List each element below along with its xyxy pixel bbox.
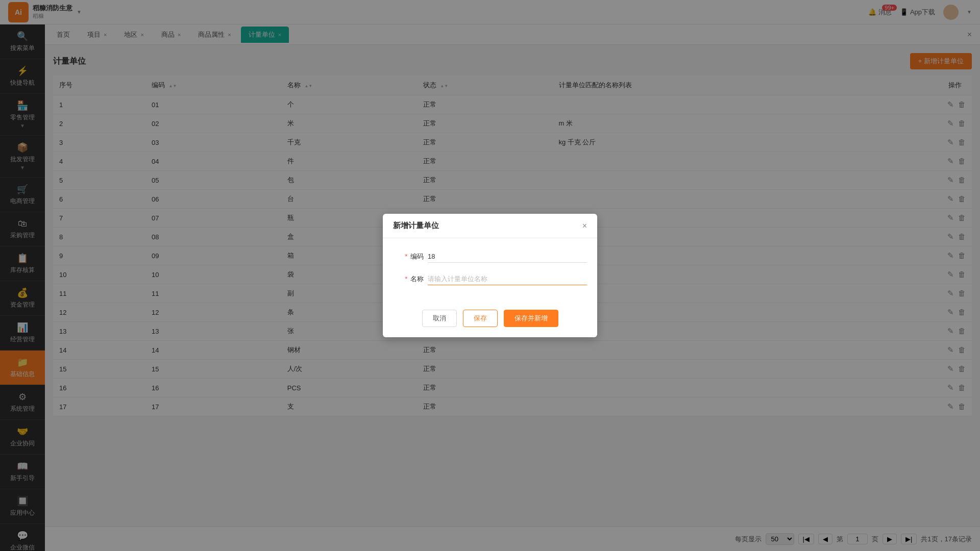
name-form-row: * 名称 xyxy=(393,273,587,285)
name-label: * 名称 xyxy=(393,274,424,284)
modal-title: 新增计量单位 xyxy=(393,221,439,231)
save-and-new-button[interactable]: 保存并新增 xyxy=(504,310,558,327)
name-label-text: 名称 xyxy=(410,275,424,283)
code-form-row: * 编码 xyxy=(393,251,587,263)
code-label: * 编码 xyxy=(393,252,424,261)
modal-close-button[interactable]: × xyxy=(582,221,587,231)
code-label-text: 编码 xyxy=(410,253,424,260)
modal-body: * 编码 * 名称 xyxy=(383,238,597,304)
modal-overlay[interactable]: 新增计量单位 × * 编码 * 名称 取消 保存 保存并新增 xyxy=(0,0,980,551)
modal-footer: 取消 保存 保存并新增 xyxy=(383,304,597,337)
name-required-mark: * xyxy=(405,275,407,283)
modal-box: 新增计量单位 × * 编码 * 名称 取消 保存 保存并新增 xyxy=(383,214,597,337)
modal-header: 新增计量单位 × xyxy=(383,214,597,238)
code-required-mark: * xyxy=(405,253,407,260)
name-input[interactable] xyxy=(428,273,587,285)
code-input[interactable] xyxy=(428,251,587,263)
cancel-button[interactable]: 取消 xyxy=(422,310,457,327)
save-button[interactable]: 保存 xyxy=(463,310,498,327)
